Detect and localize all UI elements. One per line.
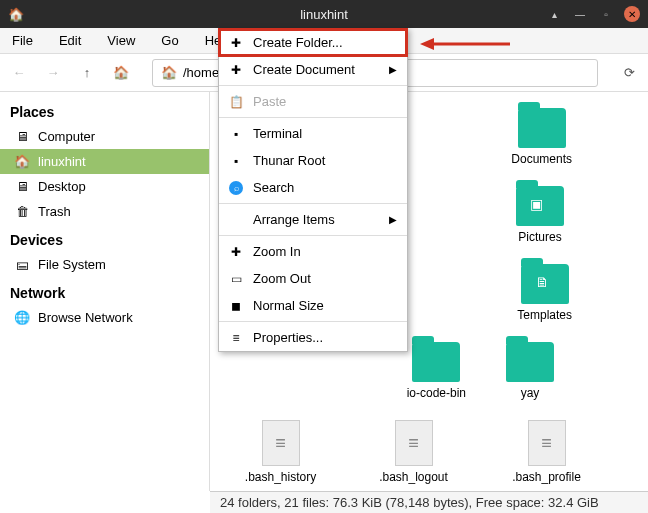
desktop-icon: 🖥 xyxy=(14,179,30,194)
folder-templates[interactable]: 🗎 Templates xyxy=(517,264,572,322)
file-label: .bash_profile xyxy=(512,470,581,484)
close-icon[interactable]: ✕ xyxy=(624,6,640,22)
sidebar-item-browse-network[interactable]: 🌐Browse Network xyxy=(0,305,209,330)
sidebar-item-label: linuxhint xyxy=(38,154,86,169)
separator xyxy=(219,235,407,236)
forward-button[interactable]: → xyxy=(42,62,64,84)
sidebar-item-label: Desktop xyxy=(38,179,86,194)
folder-io-code-bin[interactable]: io-code-bin xyxy=(407,342,466,400)
normal-size-icon: ◼ xyxy=(229,299,243,313)
menu-go[interactable]: Go xyxy=(157,31,182,50)
window-title: linuxhint xyxy=(300,7,348,22)
chevron-right-icon: ▶ xyxy=(389,64,397,75)
back-button[interactable]: ← xyxy=(8,62,30,84)
ctx-label: Create Document xyxy=(253,62,355,77)
window-buttons: ▴ — ▫ ✕ xyxy=(546,6,640,22)
folder-icon xyxy=(412,342,460,382)
menu-edit[interactable]: Edit xyxy=(55,31,85,50)
sidebar-item-computer[interactable]: 🖥Computer xyxy=(0,124,209,149)
ctx-create-document[interactable]: ✚Create Document▶ xyxy=(219,56,407,83)
sidebar-head-places: Places xyxy=(0,96,209,124)
folder-icon: ▪ xyxy=(229,154,243,168)
home-button[interactable]: 🏠 xyxy=(110,62,132,84)
chevron-right-icon: ▶ xyxy=(389,214,397,225)
ctx-zoom-out[interactable]: ▭Zoom Out xyxy=(219,265,407,292)
ctx-properties[interactable]: ≡Properties... xyxy=(219,324,407,351)
file-label: yay xyxy=(521,386,540,400)
sidebar-item-linuxhint[interactable]: 🏠linuxhint xyxy=(0,149,209,174)
ctx-label: Terminal xyxy=(253,126,302,141)
properties-icon: ≡ xyxy=(229,331,243,345)
maximize-icon[interactable]: ▫ xyxy=(598,6,614,22)
file-label: Pictures xyxy=(518,230,561,244)
status-text: 24 folders, 21 files: 76.3 KiB (78,148 b… xyxy=(220,495,599,510)
file-bash-logout[interactable]: ≡.bash_logout xyxy=(347,414,480,490)
ctx-label: Create Folder... xyxy=(253,35,343,50)
titlebar: 🏠 linuxhint ▴ — ▫ ✕ xyxy=(0,0,648,28)
sidebar-item-label: Browse Network xyxy=(38,310,133,325)
picture-icon: ▣ xyxy=(530,196,543,212)
folder-icon xyxy=(506,342,554,382)
separator xyxy=(219,203,407,204)
ctx-label: Zoom In xyxy=(253,244,301,259)
ctx-paste: 📋Paste xyxy=(219,88,407,115)
sidebar: Places 🖥Computer 🏠linuxhint 🖥Desktop 🗑Tr… xyxy=(0,92,210,491)
ctx-label: Thunar Root xyxy=(253,153,325,168)
folder-yay[interactable]: yay xyxy=(506,342,554,400)
menu-view[interactable]: View xyxy=(103,31,139,50)
annotation-arrow xyxy=(420,36,510,52)
text-file-icon: ≡ xyxy=(528,420,566,466)
file-bash-history[interactable]: ≡.bash_history xyxy=(214,414,347,490)
statusbar: 24 folders, 21 files: 76.3 KiB (78,148 b… xyxy=(210,491,648,513)
minimize-icon[interactable]: — xyxy=(572,6,588,22)
home-icon: 🏠 xyxy=(8,7,24,22)
ctx-thunar-root[interactable]: ▪Thunar Root xyxy=(219,147,407,174)
document-plus-icon: ✚ xyxy=(229,63,243,77)
sidebar-item-desktop[interactable]: 🖥Desktop xyxy=(0,174,209,199)
folder-plus-icon: ✚ xyxy=(229,36,243,50)
sidebar-item-label: Computer xyxy=(38,129,95,144)
ctx-label: Search xyxy=(253,180,294,195)
refresh-button[interactable]: ⟳ xyxy=(618,62,640,84)
file-label: io-code-bin xyxy=(407,386,466,400)
drive-icon: 🖴 xyxy=(14,257,30,272)
folder-icon: ▣ xyxy=(516,186,564,226)
ctx-label: Arrange Items xyxy=(253,212,335,227)
paste-icon: 📋 xyxy=(229,95,243,109)
folder-icon: 🗎 xyxy=(521,264,569,304)
text-file-icon: ≡ xyxy=(395,420,433,466)
network-icon: 🌐 xyxy=(14,310,30,325)
folder-pictures[interactable]: ▣ Pictures xyxy=(516,186,564,244)
up-button[interactable]: ↑ xyxy=(76,62,98,84)
ctx-normal-size[interactable]: ◼Normal Size xyxy=(219,292,407,319)
folder-icon xyxy=(518,108,566,148)
context-menu: ✚Create Folder... ✚Create Document▶ 📋Pas… xyxy=(218,28,408,352)
file-label: .bash_logout xyxy=(379,470,448,484)
menu-file[interactable]: File xyxy=(8,31,37,50)
ctx-search[interactable]: ⌕Search xyxy=(219,174,407,201)
ctx-create-folder[interactable]: ✚Create Folder... xyxy=(219,29,407,56)
sidebar-item-trash[interactable]: 🗑Trash xyxy=(0,199,209,224)
folder-documents[interactable]: Documents xyxy=(511,108,572,166)
sidebar-head-devices: Devices xyxy=(0,224,209,252)
file-bash-profile[interactable]: ≡.bash_profile xyxy=(480,414,613,490)
ctx-terminal[interactable]: ▪Terminal xyxy=(219,120,407,147)
sidebar-item-filesystem[interactable]: 🖴File System xyxy=(0,252,209,277)
file-label: Templates xyxy=(517,308,572,322)
sidebar-item-label: Trash xyxy=(38,204,71,219)
ctx-label: Normal Size xyxy=(253,298,324,313)
terminal-icon: ▪ xyxy=(229,127,243,141)
ctx-arrange-items[interactable]: Arrange Items▶ xyxy=(219,206,407,233)
computer-icon: 🖥 xyxy=(14,129,30,144)
home-icon: 🏠 xyxy=(14,154,30,169)
separator xyxy=(219,117,407,118)
keep-above-icon[interactable]: ▴ xyxy=(546,6,562,22)
ctx-label: Paste xyxy=(253,94,286,109)
path-text: /home xyxy=(183,65,219,80)
search-icon: ⌕ xyxy=(229,181,243,195)
separator xyxy=(219,321,407,322)
sidebar-item-label: File System xyxy=(38,257,106,272)
ctx-zoom-in[interactable]: ✚Zoom In xyxy=(219,238,407,265)
ctx-label: Zoom Out xyxy=(253,271,311,286)
path-home-icon: 🏠 xyxy=(161,65,177,80)
